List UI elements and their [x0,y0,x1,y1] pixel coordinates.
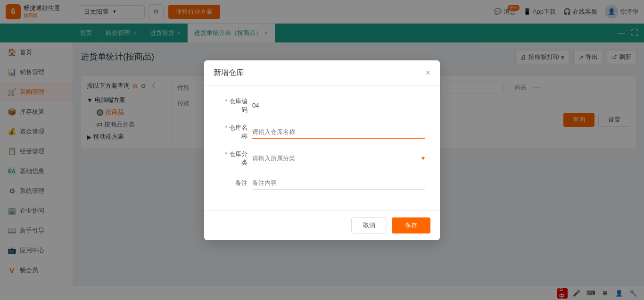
name-input[interactable] [252,125,425,139]
cancel-button[interactable]: 取消 [351,217,387,233]
category-select-input[interactable] [252,155,421,162]
code-label: 仓库编码 [219,97,252,114]
dialog-header: 新增仓库 × [204,60,440,86]
form-row-category: 仓库分类 ▾ [219,150,425,167]
dialog-footer: 取消 保存 [204,210,440,240]
form-row-code: 仓库编码 [219,97,425,114]
category-select-wrap: ▾ [252,152,425,164]
remark-input[interactable] [252,176,425,190]
save-button[interactable]: 保存 [392,217,430,233]
remark-label: 备注 [219,179,252,187]
name-label: 仓库名称 [219,124,252,141]
dialog-title: 新增仓库 [214,68,244,78]
category-select-arrow-icon[interactable]: ▾ [421,154,425,162]
category-label: 仓库分类 [219,150,252,167]
dialog-add-warehouse: 新增仓库 × 仓库编码 仓库名称 仓库分类 ▾ [204,60,440,240]
form-row-remark: 备注 [219,176,425,190]
modal-overlay: 新增仓库 × 仓库编码 仓库名称 仓库分类 ▾ [0,0,644,300]
dialog-close-button[interactable]: × [425,68,430,77]
dialog-body: 仓库编码 仓库名称 仓库分类 ▾ 备注 [204,86,440,210]
code-input[interactable] [252,99,425,112]
form-row-name: 仓库名称 [219,124,425,141]
